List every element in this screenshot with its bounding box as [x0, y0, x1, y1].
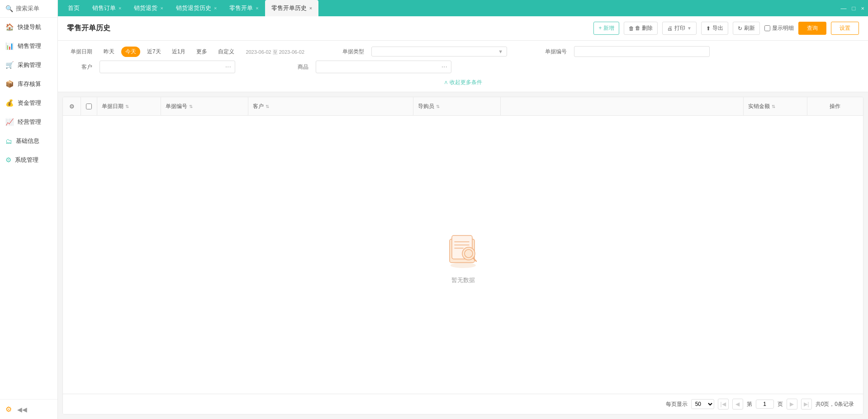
sidebar-item-finance[interactable]: 💰 资金管理	[0, 94, 57, 113]
page-prev-btn[interactable]: ◀	[732, 399, 743, 410]
th-actions: 操作	[807, 97, 863, 115]
refresh-button[interactable]: ↻ 刷新	[733, 22, 760, 35]
collapse-section: ∧ 收起更多条件	[67, 77, 859, 88]
tab-sales-return-close[interactable]: ×	[160, 5, 163, 11]
filter-area: 单据日期 昨天 今天 近7天 近1月 更多 自定义 2023-06-02 至 2…	[58, 41, 868, 92]
window-max-btn[interactable]: □	[852, 5, 856, 12]
tab-sales-order-close[interactable]: ×	[119, 5, 121, 11]
th-customer[interactable]: 客户 ⇅	[248, 97, 413, 115]
sidebar-item-label: 资金管理	[18, 99, 41, 107]
sidebar-item-inventory[interactable]: 📦 库存核算	[0, 75, 57, 94]
select-all-checkbox-cell[interactable]	[81, 97, 97, 115]
date-btn-last-month[interactable]: 近1月	[168, 47, 190, 57]
date-btn-more[interactable]: 更多	[192, 47, 211, 57]
sidebar-item-sys-mgmt[interactable]: ⚙ 系统管理	[0, 151, 57, 169]
sidebar-item-operations[interactable]: 📈 经营管理	[0, 113, 57, 132]
sidebar-item-label: 经营管理	[18, 118, 41, 126]
sidebar-search[interactable]: 🔍 搜索采单	[0, 0, 57, 18]
settings-button[interactable]: 设置	[831, 22, 859, 35]
page-label: 第	[747, 400, 752, 408]
window-close-btn[interactable]: ×	[861, 5, 864, 12]
date-btn-last7[interactable]: 近7天	[143, 47, 165, 57]
chevron-down-icon: ▼	[498, 49, 503, 54]
sidebar-collapse-icon[interactable]: ◀◀	[17, 406, 27, 413]
page-last-btn[interactable]: ▶|	[801, 399, 812, 410]
home-icon: 🏠	[5, 23, 14, 31]
sidebar-item-label: 快捷导航	[18, 23, 41, 31]
th-no[interactable]: 单据编号 ⇅	[161, 97, 248, 115]
pagination-summary: 共0页，0条记录	[816, 400, 854, 408]
tab-retail-open-history-close[interactable]: ×	[309, 5, 312, 11]
operations-icon: 📈	[5, 118, 14, 126]
print-button[interactable]: 🖨 打印 ▼	[662, 22, 697, 35]
show-detail-checkbox-label[interactable]: 显示明细	[764, 24, 794, 32]
page-next-btn[interactable]: ▶	[787, 399, 797, 410]
show-detail-checkbox[interactable]	[764, 25, 770, 31]
empty-illustration	[441, 226, 486, 271]
date-btn-today[interactable]: 今天	[121, 47, 140, 57]
tab-retail-open-close[interactable]: ×	[256, 5, 258, 11]
tab-retail-open[interactable]: 零售开单 ×	[223, 0, 265, 16]
page-header: 零售开单历史 + 新增 🗑 🗑 删除 🖨 打印 ▼ ⬆ 导出	[58, 16, 868, 41]
tab-retail-open-history[interactable]: 零售开单历史 ×	[265, 0, 318, 16]
date-btn-custom[interactable]: 自定义	[214, 47, 238, 57]
doc-no-label: 单据编号	[541, 48, 567, 56]
th-salesperson[interactable]: 导购员 ⇅	[413, 97, 501, 115]
select-all-checkbox[interactable]	[86, 104, 92, 109]
page-title: 零售开单历史	[67, 24, 110, 33]
doc-type-select[interactable]: ▼	[371, 47, 507, 56]
th-amount[interactable]: 实销金额 ⇅	[744, 97, 807, 115]
tab-sales-order-label: 销售订单	[92, 4, 116, 12]
customer-dots-icon: ···	[225, 63, 231, 71]
sales-icon: 📊	[5, 42, 14, 50]
tab-sales-return-history[interactable]: 销货退货历史 ×	[170, 0, 223, 16]
query-button[interactable]: 查询	[798, 22, 826, 35]
sidebar-item-label: 销售管理	[18, 42, 41, 50]
tab-sales-return-history-label: 销货退货历史	[176, 4, 211, 12]
empty-text: 暂无数据	[451, 276, 475, 284]
sidebar-item-label: 基础信息	[16, 137, 39, 145]
page-first-btn[interactable]: |◀	[718, 399, 729, 410]
th-date[interactable]: 单据日期 ⇅	[97, 97, 161, 115]
sidebar-item-sales-mgmt[interactable]: 📊 销售管理	[0, 37, 57, 56]
page-input[interactable]	[756, 400, 774, 409]
product-label: 商品	[283, 63, 308, 71]
baseinfo-icon: 🗂	[5, 137, 12, 145]
export-icon: ⬆	[706, 25, 711, 32]
sidebar-item-label: 库存核算	[18, 80, 41, 88]
sidebar-item-purchase-mgmt[interactable]: 🛒 采购管理	[0, 56, 57, 75]
column-settings-icon[interactable]: ⚙	[63, 97, 81, 115]
window-min-btn[interactable]: —	[841, 5, 847, 12]
settings-gear-icon[interactable]: ⚙	[5, 405, 12, 414]
top-nav: 首页 销售订单 × 销货退货 × 销货退货历史 × 零售开单 × 零售开单历史 …	[58, 0, 868, 16]
customer-select[interactable]: ···	[100, 61, 235, 73]
date-btn-yesterday[interactable]: 昨天	[100, 47, 119, 57]
tab-sales-return[interactable]: 销货退货 ×	[128, 0, 169, 16]
collapse-button[interactable]: ∧ 收起更多条件	[444, 77, 482, 88]
product-dots-icon: ···	[441, 63, 447, 71]
tab-home[interactable]: 首页	[62, 0, 86, 16]
top-nav-right: — □ ×	[841, 5, 864, 12]
table-header: ⚙ 单据日期 ⇅ 单据编号 ⇅ 客户 ⇅ 导购员 ⇅	[63, 97, 863, 116]
inventory-icon: 📦	[5, 80, 14, 88]
product-select[interactable]: ···	[316, 61, 451, 73]
sort-amount-icon: ⇅	[772, 104, 775, 109]
sort-date-icon: ⇅	[125, 104, 129, 109]
tab-sales-return-label: 销货退货	[134, 4, 157, 12]
doc-no-input[interactable]	[574, 46, 710, 57]
page-size-select[interactable]: 50 10 20 100	[691, 399, 714, 409]
sidebar-item-quick-nav[interactable]: 🏠 快捷导航	[0, 18, 57, 37]
tab-sales-return-history-close[interactable]: ×	[214, 5, 217, 11]
delete-icon: 🗑	[629, 25, 634, 32]
content: 零售开单历史 + 新增 🗑 🗑 删除 🖨 打印 ▼ ⬆ 导出	[58, 16, 868, 419]
tab-retail-open-history-label: 零售开单历史	[271, 4, 307, 12]
sidebar: 🔍 搜索采单 🏠 快捷导航 📊 销售管理 🛒 采购管理 📦 库存核算 💰 资金管…	[0, 0, 58, 419]
delete-button[interactable]: 🗑 🗑 删除	[624, 22, 658, 35]
sidebar-item-base-info[interactable]: 🗂 基础信息	[0, 132, 57, 151]
filter-dates: 昨天 今天 近7天 近1月 更多 自定义	[100, 47, 238, 57]
tab-sales-order[interactable]: 销售订单 ×	[86, 0, 128, 16]
doc-type-label: 单据类型	[339, 48, 364, 56]
export-button[interactable]: ⬆ 导出	[701, 22, 728, 35]
add-button[interactable]: + 新增	[593, 22, 619, 35]
print-icon: 🖨	[667, 25, 673, 32]
